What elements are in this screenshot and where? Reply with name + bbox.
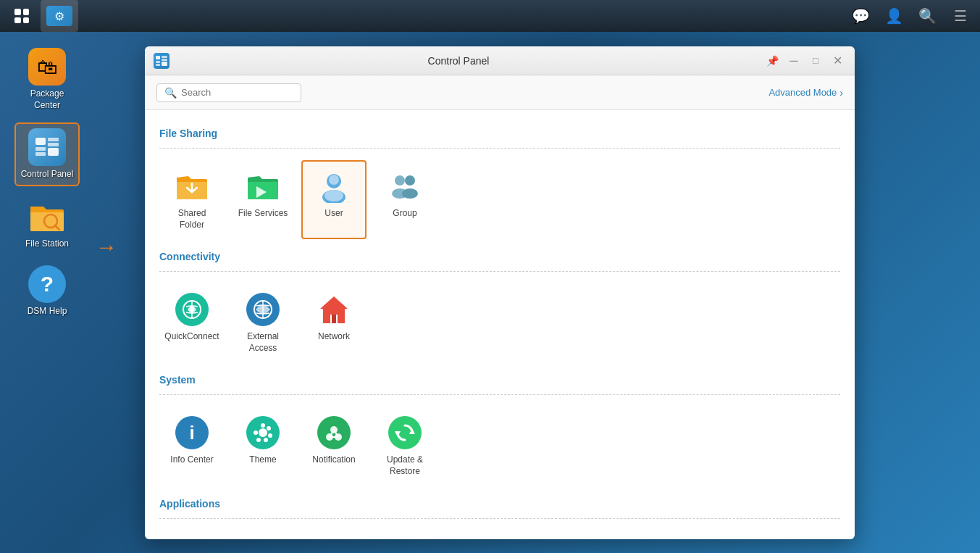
network-label: Network [318,331,350,343]
theme-icon [246,415,280,450]
applications-section: Applications [159,498,840,539]
titlebar-controls: 📌 ─ □ ✕ [763,52,846,70]
dsm-help-label: DSM Help [28,306,67,317]
dsm-help-icon: ? [28,265,66,303]
svg-point-32 [261,423,265,428]
shared-folder-label: Shared Folder [165,208,219,230]
file-services-icon [246,169,280,204]
user-icon-cp [317,169,351,204]
desktop-icon-dsm-help[interactable]: ? DSM Help [14,261,80,322]
connectivity-divider [159,271,840,272]
control-panel-icon [28,128,66,166]
search-icon[interactable]: 🔍 [913,2,941,30]
external-access-label: External Access [236,331,290,354]
file-services-label: File Services [238,208,288,220]
update-restore-item[interactable]: Update & Restore [372,407,437,486]
toolbar: 🔍 Advanced Mode › [145,75,855,110]
app-launcher-button[interactable] [6,0,38,32]
notifications-icon[interactable]: ☰ [947,2,974,30]
svg-rect-5 [48,148,59,156]
applications-header: Applications [159,498,840,510]
user-item[interactable]: User [301,160,367,239]
theme-item[interactable]: Theme [230,407,296,486]
minimize-button[interactable]: ─ [785,52,803,70]
shared-folder-item[interactable]: Shared Folder [159,160,225,239]
external-access-icon [246,292,280,327]
file-sharing-divider [159,148,840,149]
file-services-item[interactable]: File Services [230,160,296,239]
svg-point-31 [259,428,267,437]
chat-icon[interactable]: 💬 [847,2,874,30]
connectivity-header: Connectivity [159,251,840,262]
file-sharing-header: File Sharing [159,128,840,139]
svg-point-37 [254,431,258,435]
info-center-item[interactable]: i Info Center [159,407,225,486]
info-center-label: Info Center [170,454,213,466]
network-item[interactable]: Network [301,283,367,362]
file-sharing-items: Shared Folder File Services [159,160,840,239]
update-restore-label: Update & Restore [378,454,432,477]
taskbar: ⚙ 💬 👤 🔍 ☰ [0,0,980,32]
notification-icon [317,415,351,450]
svg-rect-1 [35,147,46,151]
system-divider [159,394,840,395]
grid-icon [14,9,29,23]
svg-point-18 [329,175,339,185]
taskbar-right: 💬 👤 🔍 ☰ [847,2,974,30]
svg-rect-3 [48,138,59,141]
search-input[interactable] [181,87,282,98]
shared-folder-icon [175,169,209,204]
close-button[interactable]: ✕ [829,52,846,70]
search-icon-inner: 🔍 [164,87,177,99]
svg-rect-30 [332,315,336,323]
package-center-icon: 🛍 [28,48,66,86]
chevron-right-icon: › [839,87,843,99]
file-station-icon [28,198,66,236]
window-title: Control Panel [154,55,763,67]
external-access-item[interactable]: External Access [230,283,296,362]
system-header: System [159,374,840,386]
control-panel-label: Control Panel [21,169,74,180]
maximize-button[interactable]: □ [807,52,824,70]
desktop-icon-file-station[interactable]: File Station [14,194,80,254]
svg-point-19 [324,190,343,201]
desktop: 🛍 Package Center Control Panel [0,32,980,553]
notification-item[interactable]: Notification [301,407,367,486]
search-box[interactable]: 🔍 [156,83,301,102]
svg-rect-2 [35,152,46,156]
group-item[interactable]: Group [372,160,437,239]
update-restore-icon [388,415,422,450]
network-icon [317,292,351,327]
svg-point-20 [395,175,405,186]
control-panel-taskbar-btn[interactable]: ⚙ [41,0,78,32]
control-panel-window: Control Panel 📌 ─ □ ✕ 🔍 Advanced Mode › [145,46,855,539]
svg-point-33 [267,426,271,431]
svg-point-34 [268,433,272,438]
svg-point-35 [264,438,268,442]
svg-rect-4 [48,143,59,146]
svg-point-36 [256,438,261,442]
svg-point-23 [402,188,418,199]
quickconnect-item[interactable]: QuickConnect [159,283,225,362]
advanced-mode-button[interactable]: Advanced Mode › [768,87,843,99]
package-center-label: Package Center [19,88,75,111]
arrow-indicator: → [96,235,117,259]
system-items: i Info Center [159,407,840,486]
content-area: File Sharing Shared Fol [145,110,855,539]
indexing-service-item[interactable]: Indexing Service [159,531,225,539]
notification-label: Notification [312,454,355,466]
system-section: System i Info Center [159,374,840,486]
connectivity-items: QuickConnect [159,283,840,362]
titlebar: Control Panel 📌 ─ □ ✕ [145,46,855,75]
pin-button[interactable]: 📌 [763,52,781,70]
svg-point-22 [405,175,415,186]
quickconnect-icon [175,292,209,327]
desktop-icon-package-center[interactable]: 🛍 Package Center [14,43,80,115]
desktop-icon-control-panel[interactable]: Control Panel [14,122,80,186]
user-label: User [324,208,343,220]
group-icon [388,169,422,204]
connectivity-section: Connectivity [159,251,840,362]
group-label: Group [393,208,416,220]
file-station-label: File Station [25,238,69,250]
user-icon[interactable]: 👤 [880,2,908,30]
